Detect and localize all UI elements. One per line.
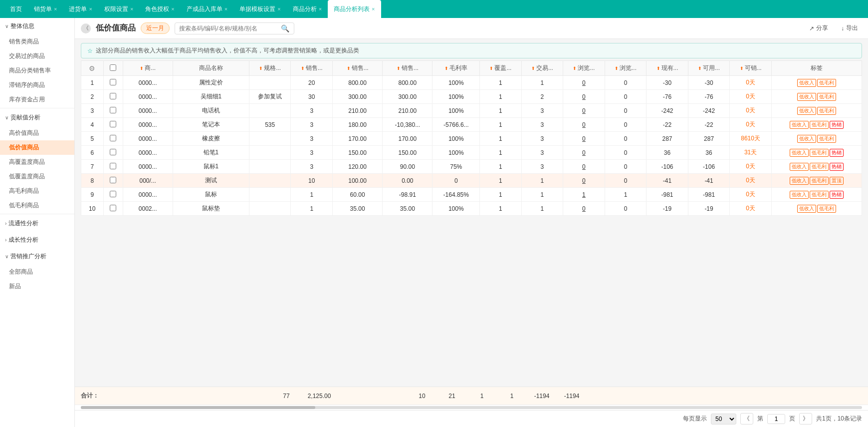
sidebar-item-category-sales-rate[interactable]: 商品分类销售率 xyxy=(0,63,74,78)
select-all-checkbox[interactable] xyxy=(110,64,116,71)
row-browse1[interactable]: 0 xyxy=(563,146,605,160)
col-config[interactable]: ⚙ xyxy=(81,61,104,76)
row-browse1[interactable]: 0 xyxy=(563,174,605,188)
sidebar-item-low-value[interactable]: 低价值商品 xyxy=(0,140,74,155)
sidebar-item-low-coverage[interactable]: 低覆盖度商品 xyxy=(0,169,74,184)
browse1-link[interactable]: 0 xyxy=(582,177,586,184)
close-icon[interactable]: × xyxy=(372,6,375,12)
row-select-checkbox[interactable] xyxy=(110,121,116,127)
nav-product-analysis[interactable]: 商品分析 × xyxy=(287,0,328,18)
nav-role-auth[interactable]: 角色授权 × xyxy=(139,0,180,18)
first-page-button[interactable]: 《 xyxy=(740,413,753,425)
browse1-link[interactable]: 1 xyxy=(582,191,586,198)
sidebar-item-high-coverage[interactable]: 高覆盖度商品 xyxy=(0,155,74,169)
row-select-checkbox[interactable] xyxy=(110,135,116,141)
gear-icon[interactable]: ⚙ xyxy=(89,64,95,72)
close-icon[interactable]: × xyxy=(171,6,174,12)
nav-finished-goods[interactable]: 产成品入库单 × xyxy=(181,0,233,18)
row-browse1[interactable]: 0 xyxy=(563,132,605,146)
sidebar-group-circulation[interactable]: › 流通性分析 xyxy=(0,215,74,232)
nav-template-settings[interactable]: 单据模板设置 × xyxy=(233,0,286,18)
browse1-link[interactable]: 0 xyxy=(582,79,586,86)
col-sales-price[interactable]: ⬆销售... xyxy=(332,61,382,76)
share-button[interactable]: ↗ 分享 xyxy=(805,22,832,34)
col-margin[interactable]: ⬆毛利率 xyxy=(433,61,480,76)
sidebar-group-marketing[interactable]: ∨ 营销推广分析 xyxy=(0,248,74,265)
nav-home[interactable]: 首页 xyxy=(4,0,28,18)
table-container[interactable]: ⚙ ⬆商... 商品名称 ⬆规格... xyxy=(81,60,862,387)
per-page-select[interactable]: 50 100 200 xyxy=(711,414,736,425)
row-select-checkbox[interactable] xyxy=(110,205,116,211)
col-cover[interactable]: ⬆覆盖... xyxy=(480,61,522,76)
row-browse1[interactable]: 0 xyxy=(563,160,605,174)
close-icon[interactable]: × xyxy=(89,6,92,12)
row-checkbox[interactable] xyxy=(103,90,123,104)
col-current[interactable]: ⬆现有... xyxy=(647,61,688,76)
sidebar-item-high-margin[interactable]: 高毛利商品 xyxy=(0,184,74,198)
row-browse1[interactable]: 0 xyxy=(563,90,605,104)
col-browse2[interactable]: ⬆浏览... xyxy=(605,61,647,76)
row-checkbox[interactable] xyxy=(103,202,123,216)
row-checkbox[interactable] xyxy=(103,104,123,118)
row-checkbox[interactable] xyxy=(103,132,123,146)
export-button[interactable]: ↓ 导出 xyxy=(837,22,862,34)
close-icon[interactable]: × xyxy=(319,6,322,12)
browse1-link[interactable]: 0 xyxy=(582,163,586,170)
close-icon[interactable]: × xyxy=(277,6,280,12)
row-checkbox[interactable] xyxy=(103,146,123,160)
row-select-checkbox[interactable] xyxy=(110,79,116,85)
sidebar-item-traded-products[interactable]: 交易过的商品 xyxy=(0,49,74,63)
row-select-checkbox[interactable] xyxy=(110,177,116,183)
col-browse1[interactable]: ⬆浏览... xyxy=(563,61,605,76)
page-number-input[interactable] xyxy=(767,414,785,424)
col-sales-qty[interactable]: ⬆销售... xyxy=(291,61,333,76)
sidebar-item-high-value[interactable]: 高价值商品 xyxy=(0,126,74,140)
sidebar-item-low-margin[interactable]: 低毛利商品 xyxy=(0,198,74,213)
browse1-link[interactable]: 0 xyxy=(582,205,586,212)
row-checkbox[interactable] xyxy=(103,174,123,188)
row-checkbox[interactable] xyxy=(103,118,123,132)
nav-sales-order[interactable]: 销货单 × xyxy=(28,0,63,18)
col-code[interactable]: ⬆商... xyxy=(123,61,173,76)
sidebar-item-slow-moving[interactable]: 滞销序的商品 xyxy=(0,78,74,92)
browse1-link[interactable]: 0 xyxy=(582,149,586,156)
row-select-checkbox[interactable] xyxy=(110,149,116,155)
nav-permissions[interactable]: 权限设置 × xyxy=(98,0,139,18)
sidebar-item-sales-products[interactable]: 销售类商品 xyxy=(0,34,74,49)
sidebar-item-inventory-capital[interactable]: 库存资金占用 xyxy=(0,92,74,107)
col-sales-amount[interactable]: ⬆销售... xyxy=(383,61,433,76)
row-browse1[interactable]: 1 xyxy=(563,188,605,202)
row-checkbox[interactable] xyxy=(103,188,123,202)
col-name[interactable]: 商品名称 xyxy=(173,61,249,76)
col-trade[interactable]: ⬆交易... xyxy=(521,61,563,76)
row-checkbox[interactable] xyxy=(103,160,123,174)
browse1-link[interactable]: 0 xyxy=(582,93,586,100)
col-tags[interactable]: 标签 xyxy=(771,61,862,76)
sidebar-group-growth[interactable]: › 成长性分析 xyxy=(0,232,74,248)
next-page-button[interactable]: 》 xyxy=(799,413,812,425)
sidebar-item-all-products[interactable]: 全部商品 xyxy=(0,265,74,279)
browse1-link[interactable]: 0 xyxy=(582,135,586,142)
row-browse1[interactable]: 0 xyxy=(563,118,605,132)
row-checkbox[interactable] xyxy=(103,76,123,90)
nav-product-analysis-list[interactable]: 商品分析列表 × xyxy=(328,0,381,18)
sidebar-group-contribution[interactable]: ∨ 贡献值分析 xyxy=(0,109,74,126)
row-select-checkbox[interactable] xyxy=(110,93,116,99)
col-sellable[interactable]: ⬆可销... xyxy=(730,61,772,76)
close-icon[interactable]: × xyxy=(224,6,227,12)
row-select-checkbox[interactable] xyxy=(110,163,116,169)
filter-button[interactable]: 近一月 xyxy=(141,22,170,34)
row-browse1[interactable]: 0 xyxy=(563,202,605,216)
close-icon[interactable]: × xyxy=(54,6,57,12)
browse1-link[interactable]: 0 xyxy=(582,107,586,114)
search-input[interactable] xyxy=(179,25,279,32)
sidebar-item-new-products[interactable]: 新品 xyxy=(0,279,74,294)
collapse-button[interactable]: 《 xyxy=(81,23,91,33)
browse1-link[interactable]: 0 xyxy=(582,121,586,128)
col-avail[interactable]: ⬆可用... xyxy=(688,61,730,76)
close-icon[interactable]: × xyxy=(130,6,133,12)
row-select-checkbox[interactable] xyxy=(110,107,116,113)
row-browse1[interactable]: 0 xyxy=(563,104,605,118)
col-check[interactable] xyxy=(103,61,123,76)
col-spec[interactable]: ⬆规格... xyxy=(249,61,291,76)
